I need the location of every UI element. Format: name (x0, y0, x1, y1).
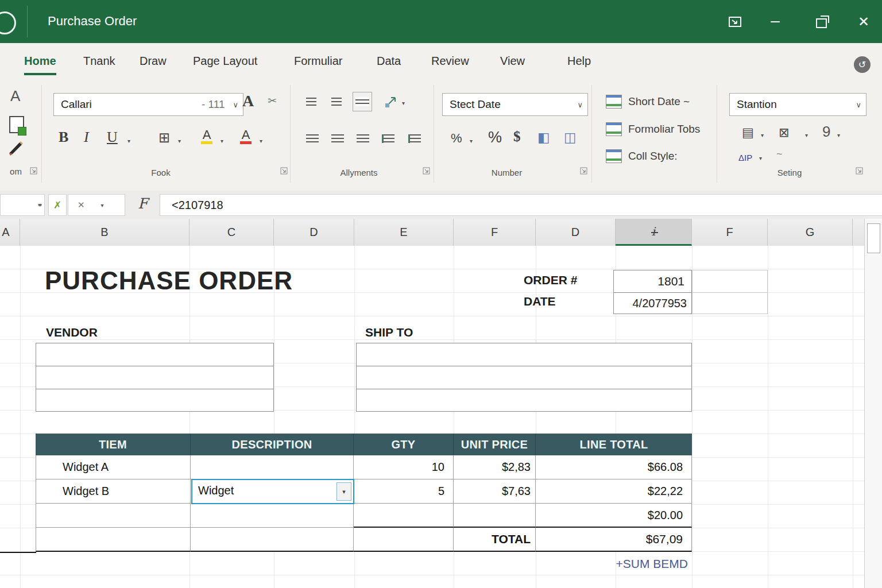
increase-decimal-icon[interactable]: ◧ (537, 130, 550, 145)
share-circle-icon[interactable]: ↺ (854, 56, 871, 73)
po-title[interactable]: PURCHASE ORDER (45, 266, 293, 295)
number-format-chevron-icon[interactable]: ∨ (577, 100, 587, 109)
total-row-cell[interactable] (36, 528, 191, 552)
close-icon[interactable]: ✕ (851, 10, 876, 33)
item-cell[interactable]: Widget B (36, 479, 191, 504)
vendor-row[interactable] (36, 343, 273, 366)
col-header-qty[interactable]: GTY (354, 434, 454, 455)
unit-price-cell[interactable] (454, 504, 536, 528)
insert-dropdown-icon[interactable]: ▾ (761, 132, 764, 138)
column-header-i-selected[interactable]: i (616, 219, 692, 246)
font-color-icon[interactable]: A (240, 127, 252, 144)
line-total-cell[interactable]: $66.08 (536, 455, 692, 479)
sort-filter-icon[interactable]: ΔΙΡ (738, 153, 752, 163)
column-header-a[interactable]: A (0, 219, 20, 246)
tab-view[interactable]: View (500, 55, 525, 68)
scrollbar-thumb[interactable] (867, 223, 880, 253)
order-number-label[interactable]: ORDER # (524, 273, 577, 287)
decrease-decimal-icon[interactable]: ◫ (564, 130, 577, 145)
col-header-description[interactable]: DESCRIPTION (191, 434, 354, 455)
borders-icon[interactable]: ⊞ (158, 130, 170, 146)
underline-dropdown-icon[interactable]: ▾ (127, 138, 130, 144)
tab-tnank[interactable]: Tnank (83, 55, 115, 68)
item-cell[interactable] (36, 504, 191, 528)
tab-help[interactable]: Help (567, 55, 591, 68)
tab-data[interactable]: Data (377, 55, 401, 68)
vendor-label[interactable]: VENDOR (46, 326, 98, 339)
decrease-indent-icon[interactable] (382, 134, 394, 143)
restore-icon[interactable] (808, 10, 834, 33)
delete-cells-icon[interactable]: ⊠ (779, 125, 789, 140)
shipto-label[interactable]: SHIP TO (365, 326, 413, 339)
highlight-dropdown-icon[interactable]: ▾ (220, 138, 223, 144)
vendor-row[interactable] (36, 366, 273, 389)
align-bottom-icon[interactable] (353, 92, 372, 111)
align-middle-icon[interactable] (331, 98, 342, 106)
alignment-dialog-launcher-icon[interactable] (423, 167, 430, 174)
formula-input[interactable]: <2107918 ▾ (160, 194, 882, 216)
name-box[interactable]: ▾▾ (0, 194, 45, 216)
tab-home[interactable]: Home (24, 55, 56, 75)
vendor-box[interactable] (36, 343, 274, 412)
align-right-icon[interactable] (357, 134, 369, 143)
style-formoliar-tobs[interactable]: Formoliar Tobs (628, 123, 700, 136)
percent-style-icon[interactable]: % (488, 129, 502, 146)
cancel-icon[interactable]: ✕ (78, 200, 85, 210)
enter-button[interactable]: ✗ (48, 194, 67, 216)
font-dialog-launcher-icon[interactable] (280, 167, 288, 174)
format-dropdown-icon[interactable]: ▾ (837, 132, 840, 138)
insert-cells-icon[interactable]: ▤ (742, 125, 754, 140)
column-header-c[interactable]: C (189, 219, 274, 246)
unit-price-cell[interactable]: $2,83 (454, 455, 536, 479)
qty-cell[interactable]: 5 (354, 479, 454, 504)
column-header-b[interactable]: B (20, 219, 189, 246)
tab-draw[interactable]: Draw (140, 55, 167, 68)
shipto-row[interactable] (357, 366, 691, 389)
clipboard-dialog-launcher-icon[interactable] (30, 167, 37, 174)
accounting-dropdown-icon[interactable]: ▾ (470, 138, 473, 144)
worksheet[interactable]: PURCHASE ORDER ORDER # DATE 1801 4/20779… (0, 246, 864, 588)
column-header-d[interactable]: D (274, 219, 354, 246)
format-icon[interactable]: 9 (822, 123, 830, 141)
app-logo-icon[interactable] (0, 11, 16, 34)
order-number-cell[interactable]: 1801 (614, 270, 691, 293)
column-header-g[interactable]: G (768, 219, 853, 246)
number-dialog-launcher-icon[interactable] (580, 167, 587, 174)
col-header-item[interactable]: TIEM (36, 434, 191, 455)
column-header-e[interactable]: E (354, 219, 454, 246)
line-total-cell[interactable]: $22,22 (536, 479, 692, 504)
style-short-date[interactable]: Short Date ~ (628, 95, 690, 108)
item-cell[interactable]: Widget A (36, 455, 191, 479)
text-style-icon[interactable]: A (10, 87, 20, 105)
date-label[interactable]: DATE (524, 295, 556, 308)
accounting-format-icon[interactable]: % (451, 131, 462, 146)
shipto-row[interactable] (357, 343, 691, 366)
column-header-f[interactable]: F (454, 219, 536, 246)
insert-function-chevron-icon[interactable]: ▾ (101, 202, 104, 208)
orientation-icon[interactable] (384, 94, 399, 111)
style-coll-style[interactable]: Coll Style: (628, 150, 678, 163)
sum-formula-note[interactable]: +SUM BEMD (536, 557, 688, 571)
qty-cell[interactable]: 10 (354, 455, 454, 479)
date-cell[interactable]: 4/2077953 (614, 293, 691, 314)
align-top-icon[interactable] (306, 98, 316, 106)
description-cell[interactable] (191, 504, 354, 528)
italic-icon[interactable]: I (84, 129, 89, 146)
increase-font-icon[interactable]: A (242, 92, 254, 110)
orientation-dropdown-icon[interactable]: ▾ (402, 100, 405, 106)
borders-dropdown-icon[interactable]: ▾ (178, 138, 181, 144)
qty-cell[interactable] (354, 504, 454, 528)
shipto-row[interactable] (357, 389, 691, 412)
unit-price-cell[interactable]: $7,63 (454, 479, 536, 504)
bold-icon[interactable]: B (59, 129, 68, 146)
align-center-icon[interactable] (331, 134, 344, 143)
column-header-f2[interactable]: F (692, 219, 768, 246)
station-chevron-icon[interactable]: ∨ (856, 100, 866, 109)
font-name-box[interactable]: Callari - 111 ∨ (53, 93, 243, 116)
delete-dropdown-icon[interactable]: ▾ (805, 132, 808, 138)
sort-dropdown-icon[interactable]: ▾ (759, 155, 762, 161)
number-format-box[interactable]: Stect Date ∨ (442, 93, 588, 116)
col-header-line-total[interactable]: LINE TOTAL (536, 434, 692, 455)
total-row-cell[interactable] (191, 528, 354, 552)
description-cell[interactable] (191, 455, 354, 479)
